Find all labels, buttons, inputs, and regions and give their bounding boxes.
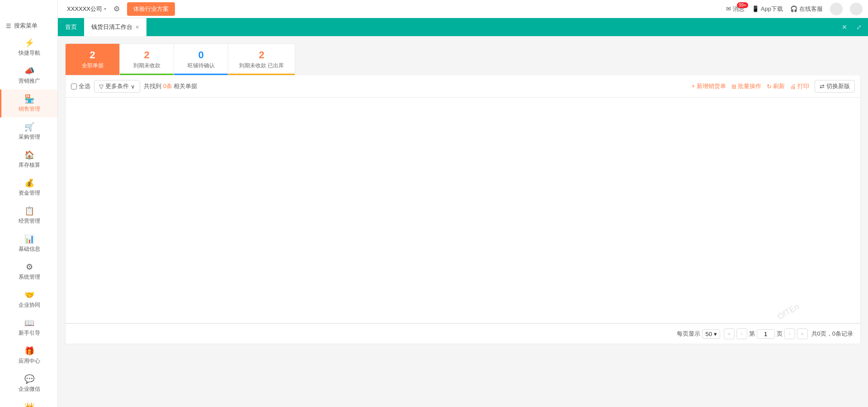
message-icon: ✉: [726, 5, 731, 12]
sidebar-item-enterprise[interactable]: 🤝 企业协同: [0, 285, 57, 313]
company-selector[interactable]: XXXXXX公司 ▾: [63, 3, 110, 15]
sidebar-search-label: 搜索菜单: [14, 22, 38, 30]
sidebar-item-label: 企业协同: [19, 301, 40, 309]
select-all-label: 全选: [79, 82, 90, 90]
sidebar-item-marketing[interactable]: 📣 营销推广: [0, 61, 57, 89]
sidebar-item-label: 采购管理: [19, 133, 40, 141]
app-download-icon: 📱: [752, 5, 759, 12]
stat-tab-shipped[interactable]: 2 到期未收款 已出库: [228, 44, 295, 75]
print-button[interactable]: 🖨 打印: [790, 82, 809, 90]
tab-workbench[interactable]: 钱货日清工作台 ✕: [84, 18, 146, 36]
stat-count-shipped: 2: [239, 49, 284, 61]
system-icon: ⚙: [26, 262, 33, 272]
sidebar-item-purchase[interactable]: 🛒 采购管理: [0, 117, 57, 145]
total-records: 共0页，0条记录: [811, 330, 853, 338]
sidebar-item-label: 库存核算: [19, 161, 40, 169]
tab-home-label: 首页: [65, 23, 77, 31]
toolbar-right: + 新增销货单 ⊞ 批量操作 ↻ 刷新 🖨 打印 ⇄ 切换新版: [692, 80, 855, 93]
sidebar-item-app-center[interactable]: 🎁 应用中心: [0, 342, 57, 370]
settings-button[interactable]: ⚙: [110, 2, 123, 16]
username-display[interactable]: [850, 3, 863, 15]
sidebar-item-wechat[interactable]: 💬 企业微信: [0, 370, 57, 398]
message-button[interactable]: ✉ 消息 99+: [726, 5, 745, 13]
switch-label: 切换新版: [826, 82, 850, 90]
search-icon: ☰: [6, 23, 11, 29]
sidebar-item-label: 资金管理: [19, 189, 40, 197]
found-prefix: 共找到: [144, 83, 161, 89]
per-page-label: 每页显示: [677, 330, 700, 338]
quick-nav-icon: ⚡: [24, 38, 34, 48]
select-all-checkbox[interactable]: 全选: [71, 82, 90, 90]
stat-count-all: 2: [76, 49, 108, 61]
sidebar-item-label: 系统管理: [19, 273, 40, 281]
trial-button[interactable]: 体验行业方案: [127, 2, 175, 16]
filter-button[interactable]: ▽ 更多条件 ∨: [94, 80, 140, 93]
stat-tab-all[interactable]: 2 全部单据: [66, 44, 120, 75]
sidebar-item-quick-nav[interactable]: ⚡ 快捷导航: [0, 33, 57, 61]
tab-close-icon[interactable]: ✕: [135, 24, 139, 30]
current-page-input[interactable]: [757, 329, 775, 339]
tab-home[interactable]: 首页: [58, 18, 84, 36]
batch-operation-button[interactable]: ⊞ 批量操作: [731, 82, 761, 90]
select-all-input[interactable]: [71, 84, 77, 89]
tab-underline-shipped: [228, 74, 295, 75]
add-sales-order-button[interactable]: + 新增销货单: [692, 82, 726, 90]
message-badge: 99+: [737, 2, 748, 8]
found-text: 共找到 0条 相关单据: [144, 82, 197, 90]
sidebar-item-search[interactable]: ☰ 搜索菜单: [0, 18, 57, 33]
per-page-chevron: ▾: [714, 331, 717, 337]
tab-bar: 首页 钱货日清工作台 ✕ ✕ ⤢: [58, 18, 868, 36]
sidebar-item-operations[interactable]: 📋 经营管理: [0, 201, 57, 229]
inventory-icon: 🏠: [24, 150, 34, 160]
sidebar-item-guide[interactable]: 📖 新手引导: [0, 313, 57, 342]
tab-expand-button[interactable]: ⤢: [854, 22, 864, 33]
app-download-button[interactable]: 📱 App下载: [752, 5, 783, 13]
batch-icon: ⊞: [731, 83, 736, 90]
wechat-icon: 💬: [24, 374, 34, 384]
stat-count-overdue: 2: [131, 49, 163, 61]
avatar[interactable]: [830, 3, 843, 15]
page-suffix: 页: [777, 330, 783, 338]
page-prefix: 第: [749, 330, 755, 338]
purchase-icon: 🛒: [24, 122, 34, 132]
stat-label-wangfu: 旺辅待确认: [185, 62, 217, 70]
online-service-button[interactable]: 🎧 在线客服: [790, 5, 823, 13]
sidebar-item-label: 快捷导航: [19, 49, 40, 57]
stat-label-shipped: 到期未收款 已出库: [239, 62, 284, 70]
filter-icon: ▽: [99, 83, 104, 90]
finance-icon: 💰: [24, 178, 34, 188]
sidebar-item-system[interactable]: ⚙ 系统管理: [0, 257, 57, 285]
stat-count-wangfu: 0: [185, 49, 217, 61]
last-page-button[interactable]: »: [797, 328, 808, 339]
sidebar-item-membership[interactable]: 👑 畅会员: [0, 398, 57, 407]
main-content: 2 全部单据 2 到期未收款 0 旺辅待确认 2 到期未收款 已出库 全选 ▽ …: [58, 36, 868, 407]
online-service-label: 在线客服: [799, 5, 823, 13]
stat-tab-wangfu[interactable]: 0 旺辅待确认: [174, 44, 228, 75]
sidebar-item-finance[interactable]: 💰 资金管理: [0, 173, 57, 201]
sidebar-item-inventory[interactable]: 🏠 库存核算: [0, 145, 57, 173]
found-suffix: 相关单据: [174, 83, 197, 89]
per-page-select[interactable]: 50 ▾: [702, 329, 720, 339]
print-label: 打印: [797, 82, 809, 90]
headset-icon: 🎧: [790, 5, 797, 12]
per-page-value: 50: [705, 331, 712, 337]
found-count: 0条: [163, 83, 172, 89]
stat-tab-overdue[interactable]: 2 到期未收款: [120, 44, 174, 75]
refresh-button[interactable]: ↻ 刷新: [767, 82, 785, 90]
tab-close-all-button[interactable]: ✕: [839, 22, 850, 33]
refresh-icon: ↻: [767, 83, 772, 90]
first-page-button[interactable]: «: [724, 328, 735, 339]
toolbar: 全选 ▽ 更多条件 ∨ 共找到 0条 相关单据 + 新增销货单 ⊞ 批量操作 ↻…: [65, 75, 861, 98]
table-area: [65, 98, 861, 323]
stats-tabs: 2 全部单据 2 到期未收款 0 旺辅待确认 2 到期未收款 已出库: [65, 43, 295, 75]
next-page-button[interactable]: ›: [784, 328, 795, 339]
company-name: XXXXXX公司: [67, 5, 102, 13]
stat-label-overdue: 到期未收款: [131, 62, 163, 70]
sidebar-item-sales[interactable]: 🏪 销售管理: [0, 89, 57, 117]
sidebar-item-label: 基础信息: [19, 245, 40, 253]
sidebar-item-basic-info[interactable]: 📊 基础信息: [0, 229, 57, 257]
prev-page-button[interactable]: ‹: [736, 328, 747, 339]
switch-version-button[interactable]: ⇄ 切换新版: [815, 80, 855, 93]
sidebar-item-label: 销售管理: [19, 105, 40, 113]
sidebar-item-label: 应用中心: [19, 357, 40, 365]
